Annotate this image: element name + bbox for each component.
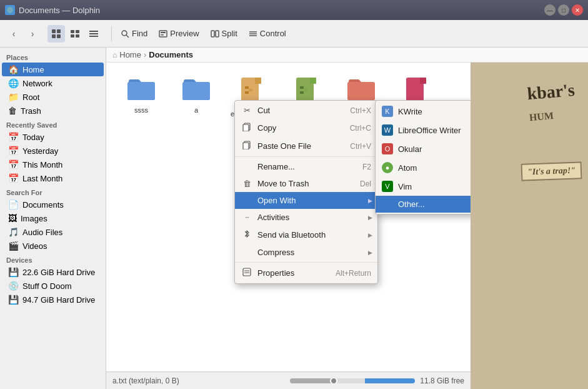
breadcrumb-home[interactable]: Home — [119, 50, 141, 59]
menu-item-paste[interactable]: Paste One File Ctrl+V — [235, 137, 377, 155]
menu-copy-label: Copy — [257, 123, 345, 133]
menu-trash-shortcut: Del — [360, 179, 371, 188]
file-name-a: a — [194, 106, 198, 114]
sidebar-harddrive-22-label: 22.6 GiB Hard Drive — [22, 268, 95, 277]
svg-point-0 — [7, 7, 13, 13]
menu-item-properties[interactable]: Properties Alt+Return — [235, 264, 377, 282]
file-item-a[interactable]: a — [171, 73, 221, 129]
svg-rect-38 — [243, 268, 251, 276]
menu-properties-shortcut: Alt+Return — [336, 269, 371, 278]
submenu-item-okular[interactable]: O Okular — [376, 139, 471, 158]
statusbar: a.txt (text/plain, 0 B) 11.8 GiB free — [106, 371, 471, 389]
menu-item-rename[interactable]: Rename... F2 — [235, 158, 377, 175]
menu-cut-label: Cut — [257, 106, 345, 115]
submenu-atom-label: Atom — [398, 163, 471, 173]
menu-cut-shortcut: Ctrl+X — [350, 106, 371, 115]
close-button[interactable]: ✕ — [572, 4, 583, 16]
menu-item-cut[interactable]: ✂ Cut Ctrl+X — [235, 102, 377, 119]
svg-rect-2 — [57, 29, 61, 33]
view-compact-button[interactable] — [66, 25, 84, 43]
okular-icon: O — [382, 143, 393, 154]
view-details-button[interactable] — [85, 25, 102, 43]
sidebar-trash-label: Trash — [21, 106, 41, 116]
sidebar: Places 🏠 Home 🌐 Network 📁 Root 🗑 Trash R… — [0, 48, 106, 389]
sidebar-item-harddrive-94[interactable]: 💾 94.7 GiB Hard Drive — [2, 293, 104, 306]
find-button[interactable]: Find — [116, 26, 152, 41]
wallpaper-text-akbar: kbar'sHUM — [526, 79, 577, 126]
svg-rect-4 — [57, 34, 61, 38]
breadcrumb-home-arrow: ⌂ — [112, 51, 117, 59]
sidebar-item-today[interactable]: 📅 Today — [2, 130, 104, 144]
menu-separator-2 — [235, 262, 377, 263]
submenu-item-kwrite[interactable]: K KWrite — [376, 102, 471, 121]
sidebar-item-images[interactable]: 🖼 Images — [2, 211, 104, 225]
sidebar-section-places: Places — [0, 50, 106, 63]
submenu-item-vim[interactable]: V Vim — [376, 177, 471, 196]
split-button[interactable]: Split — [206, 26, 242, 41]
submenu-okular-label: Okular — [398, 144, 471, 154]
sidebar-item-harddrive-22[interactable]: 💾 22.6 GiB Hard Drive — [2, 265, 104, 279]
preview-label: Preview — [170, 29, 199, 38]
sidebar-network-label: Network — [22, 79, 52, 88]
forward-button[interactable]: › — [24, 25, 41, 43]
submenu-vim-label: Vim — [398, 182, 471, 191]
submenu-item-other[interactable]: Other... — [376, 196, 471, 213]
bluetooth-icon — [241, 230, 252, 240]
menu-item-openwith[interactable]: Open With — [235, 192, 377, 209]
submenu-kwrite-label: KWrite — [398, 107, 471, 116]
sidebar-item-this-month[interactable]: 📅 This Month — [2, 158, 104, 171]
sidebar-item-audio[interactable]: 🎵 Audio Files — [2, 225, 104, 239]
libreoffice-icon: W — [382, 124, 393, 136]
sidebar-harddrive-94-label: 94.7 GiB Hard Drive — [22, 295, 95, 305]
menu-item-copy[interactable]: Copy Ctrl+C — [235, 119, 377, 137]
menu-item-bluetooth[interactable]: Send via Bluetooth — [235, 226, 377, 244]
back-button[interactable]: ‹ — [5, 25, 22, 43]
nav-buttons: ‹ › — [5, 25, 41, 43]
svg-line-13 — [126, 35, 129, 38]
sidebar-item-network[interactable]: 🌐 Network — [2, 76, 104, 90]
sidebar-item-documents[interactable]: 📄 Documents — [2, 198, 104, 211]
menu-item-trash[interactable]: 🗑 Move to Trash Del — [235, 175, 377, 192]
wallpaper-panel: kbar'sHUM "It's a trap!" — [471, 63, 588, 389]
svg-rect-37 — [243, 143, 249, 149]
find-label: Find — [132, 29, 147, 38]
harddrive-22-icon: 💾 — [8, 267, 19, 277]
svg-point-12 — [122, 31, 127, 36]
sidebar-item-trash[interactable]: 🗑 Trash — [2, 104, 104, 118]
file-name-ssss: ssss — [134, 106, 148, 114]
sidebar-item-stuffodoom[interactable]: 💿 Stuff O Doom — [2, 279, 104, 293]
minimize-button[interactable]: — — [544, 4, 556, 16]
svg-rect-30 — [304, 89, 307, 91]
menu-item-activities[interactable]: ··· Activities — [235, 209, 377, 226]
sidebar-item-last-month[interactable]: 📅 Last Month — [2, 171, 104, 185]
menu-item-compress[interactable]: Compress — [235, 244, 377, 261]
svg-rect-14 — [159, 31, 167, 37]
submenu-item-libreoffice[interactable]: W LibreOffice Writer — [376, 121, 471, 139]
move-to-trash-icon: 🗑 — [241, 179, 252, 188]
submenu-item-atom[interactable]: ● Atom — [376, 158, 471, 177]
preview-button[interactable]: Preview — [154, 26, 204, 41]
sidebar-item-videos[interactable]: 🎬 Videos — [2, 239, 104, 253]
menu-activities-label: Activities — [257, 213, 371, 222]
stuffodoom-icon: 💿 — [8, 281, 19, 291]
root-icon: 📁 — [8, 92, 19, 102]
svg-rect-15 — [161, 32, 166, 33]
svg-rect-16 — [161, 34, 164, 36]
svg-rect-6 — [76, 30, 79, 33]
progress-indicator — [330, 378, 337, 383]
menu-openwith-label: Open With — [257, 196, 371, 205]
sidebar-section-recently-saved: Recently Saved — [0, 118, 106, 130]
properties-icon — [241, 268, 252, 278]
sidebar-item-root[interactable]: 📁 Root — [2, 90, 104, 104]
menu-rename-shortcut: F2 — [362, 163, 371, 171]
view-icons-button[interactable] — [47, 25, 65, 43]
control-button[interactable]: Control — [244, 26, 291, 41]
view-icons-icon — [51, 29, 61, 39]
svg-rect-1 — [52, 29, 56, 33]
file-item-ssss[interactable]: ssss — [116, 73, 166, 129]
maximize-button[interactable]: □ — [558, 4, 569, 16]
sidebar-item-yesterday[interactable]: 📅 Yesterday — [2, 144, 104, 158]
sidebar-item-home[interactable]: 🏠 Home — [2, 63, 104, 76]
toolbar-separator-1 — [111, 26, 112, 41]
wallpaper-text-trap: "It's a trap!" — [521, 161, 582, 181]
